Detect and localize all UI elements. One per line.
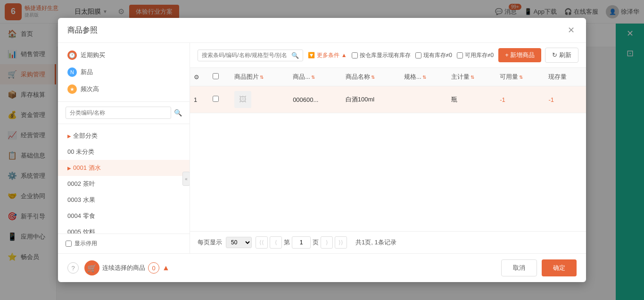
modal-title: 商品参照	[67, 25, 98, 35]
per-page-select[interactable]: 50 100	[226, 237, 252, 248]
search-icon: 🔍	[291, 52, 299, 59]
stock-nonzero-checkbox[interactable]	[415, 52, 421, 58]
product-thumbnail: 🖼	[234, 91, 251, 108]
quick-tab-new[interactable]: N 新品	[58, 64, 190, 81]
cart-icon[interactable]: 🛒	[84, 260, 99, 275]
footer-right: 取消 确定	[501, 259, 577, 276]
collapse-cart-icon[interactable]: ▲	[162, 264, 170, 272]
sort-icon: ⇅	[311, 75, 315, 80]
chevron-up-icon: ▲	[341, 52, 347, 58]
category-item-drinks[interactable]: 0005 饮料	[58, 224, 190, 233]
category-item-fruit[interactable]: 0003 水果	[58, 192, 190, 208]
sort-icon: ⇅	[422, 75, 426, 80]
settings-icon[interactable]: ⚙	[194, 74, 199, 81]
image-icon: 🖼	[239, 95, 247, 104]
table-settings-th: ⚙	[190, 68, 209, 86]
warehouse-stock-checkbox-label[interactable]: 按仓库显示现有库存	[352, 51, 411, 59]
more-filters-button[interactable]: 🔽 更多条件 ▲	[308, 51, 347, 59]
th-unit: 主计量⇅	[447, 68, 496, 86]
modal-body: 🕐 近期购买 N 新品 ★ 频次高 🔍	[58, 43, 586, 253]
available-nonzero-checkbox-label[interactable]: 可用库存≠0	[457, 51, 494, 59]
category-item-all[interactable]: ▶ 全部分类	[58, 128, 190, 144]
category-item-snacks[interactable]: 0004 零食	[58, 208, 190, 224]
th-checkbox	[209, 68, 231, 86]
toolbar-right: + 新增商品 ↻ 刷新	[498, 48, 578, 63]
table-row[interactable]: 1 🖼 000600... 白酒100ml	[190, 86, 586, 113]
modal-close-button[interactable]: ✕	[565, 25, 577, 36]
page-nav: ⟨⟨ ⟨ 第 页 ⟩ ⟩⟩	[256, 236, 347, 249]
category-item-tea[interactable]: 0002 茶叶	[58, 176, 190, 192]
stock-nonzero-checkbox-label[interactable]: 现有库存≠0	[415, 51, 452, 59]
collapse-panel-button[interactable]: «	[182, 172, 190, 186]
pagination-area: 每页显示 50 100 ⟨⟨ ⟨ 第 页 ⟩ ⟩⟩ 共1页, 1条记录	[190, 231, 586, 253]
td-code: 000600...	[289, 86, 342, 113]
sort-icon: ⇅	[371, 75, 375, 80]
td-spec	[400, 86, 447, 113]
first-page-button[interactable]: ⟨⟨	[256, 236, 268, 249]
th-stock: 现存量	[545, 68, 586, 86]
td-stock: -1	[545, 86, 586, 113]
last-page-button[interactable]: ⟩⟩	[335, 236, 347, 249]
page-suffix: 页	[313, 238, 319, 247]
category-search-input[interactable]	[66, 107, 171, 119]
chevron-right-icon: ▶	[67, 133, 71, 139]
quick-tabs: 🕐 近期购买 N 新品 ★ 频次高	[58, 43, 190, 102]
prev-page-button[interactable]: ⟨	[270, 236, 282, 249]
category-item-liquor[interactable]: ▶ 0001 酒水	[58, 160, 190, 176]
warehouse-stock-checkbox[interactable]	[352, 52, 358, 58]
refresh-button[interactable]: ↻ 刷新	[545, 48, 578, 63]
sort-icon: ⇅	[260, 75, 264, 80]
add-product-button[interactable]: + 新增商品	[498, 48, 541, 62]
page-input[interactable]	[292, 236, 311, 249]
category-search-area: 🔍	[58, 102, 190, 124]
freq-icon: ★	[67, 84, 77, 94]
product-search-input[interactable]	[202, 52, 289, 58]
td-available: -1	[496, 86, 545, 113]
show-disabled-label: 显示停用	[74, 240, 97, 248]
help-icon[interactable]: ?	[67, 262, 79, 274]
modal-toolbar: 🔍 🔽 更多条件 ▲ 按仓库显示现有库存 现有库存≠0	[190, 43, 586, 68]
th-name: 商品名称⇅	[342, 68, 400, 86]
td-name: 白酒100ml	[342, 86, 400, 113]
category-list-container: ▶ 全部分类 00 未分类 ▶ 0001 酒水 0002 茶叶	[58, 124, 190, 233]
category-list: ▶ 全部分类 00 未分类 ▶ 0001 酒水 0002 茶叶	[58, 124, 190, 233]
product-search-bar: 🔍	[198, 50, 303, 61]
next-page-button[interactable]: ⟩	[321, 236, 333, 249]
th-code: 商品...⇅	[289, 68, 342, 86]
td-image: 🖼	[231, 86, 289, 113]
select-all-checkbox[interactable]	[213, 73, 219, 79]
product-table: ⚙ 商品图片⇅ 商品...⇅	[190, 68, 586, 113]
th-image: 商品图片⇅	[231, 68, 289, 86]
quick-tab-freq[interactable]: ★ 频次高	[58, 81, 190, 98]
product-table-area: ⚙ 商品图片⇅ 商品...⇅	[190, 68, 586, 231]
category-search-button[interactable]: 🔍	[174, 109, 182, 117]
cart-label: 连续选择的商品	[102, 264, 145, 272]
modal-overlay: 商品参照 ✕ 🕐 近期购买 N 新品 ★	[0, 0, 644, 300]
th-spec: 规格...⇅	[400, 68, 447, 86]
category-item-uncategorized[interactable]: 00 未分类	[58, 144, 190, 160]
new-icon: N	[67, 67, 77, 77]
modal-left-footer: 显示停用	[58, 233, 190, 253]
td-checkbox	[209, 86, 231, 113]
filter-icon: 🔽	[308, 52, 315, 58]
confirm-button[interactable]: 确定	[542, 259, 577, 276]
available-nonzero-checkbox[interactable]	[457, 52, 463, 58]
chevron-right-icon: ▶	[67, 166, 71, 171]
modal-header: 商品参照 ✕	[58, 18, 586, 43]
product-reference-modal: 商品参照 ✕ 🕐 近期购买 N 新品 ★	[58, 18, 586, 282]
td-unit: 瓶	[447, 86, 496, 113]
cart-count: 0	[148, 262, 159, 274]
modal-left-panel: 🕐 近期购买 N 新品 ★ 频次高 🔍	[58, 43, 190, 253]
cancel-button[interactable]: 取消	[501, 259, 537, 276]
sort-icon: ⇅	[519, 75, 523, 80]
quick-tab-recent[interactable]: 🕐 近期购买	[58, 47, 190, 64]
sort-icon: ⇅	[471, 75, 474, 80]
modal-footer: ? 🛒 连续选择的商品 0 ▲ 取消 确定	[58, 253, 586, 282]
th-available: 可用量⇅	[496, 68, 545, 86]
per-page-label: 每页显示	[198, 238, 222, 247]
row-checkbox[interactable]	[213, 96, 219, 102]
show-disabled-checkbox[interactable]	[66, 241, 72, 247]
modal-right-panel: 🔍 🔽 更多条件 ▲ 按仓库显示现有库存 现有库存≠0	[190, 43, 586, 253]
page-text: 第	[284, 238, 290, 247]
cart-area: 🛒 连续选择的商品 0 ▲	[84, 260, 170, 275]
